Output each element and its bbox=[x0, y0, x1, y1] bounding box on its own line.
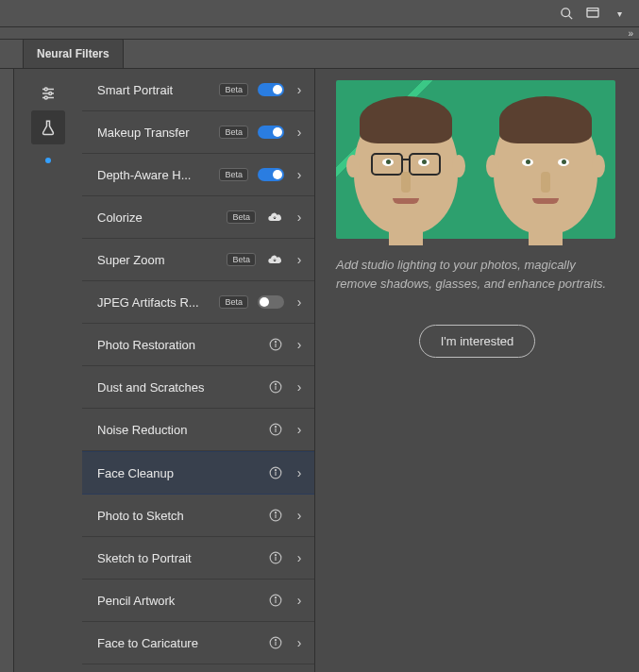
filter-category-column bbox=[14, 69, 82, 672]
filter-toggle[interactable] bbox=[258, 295, 284, 309]
panel-content: Smart PortraitBeta›Makeup TransferBeta›D… bbox=[0, 69, 639, 672]
chevron-right-icon: › bbox=[294, 210, 305, 225]
svg-point-8 bbox=[49, 92, 52, 95]
info-icon[interactable] bbox=[267, 380, 284, 394]
chevron-right-icon: › bbox=[294, 422, 305, 437]
info-icon[interactable] bbox=[267, 466, 284, 479]
filter-label: Photo Restoration bbox=[97, 338, 267, 352]
cta-row: I'm interested bbox=[336, 325, 618, 358]
filter-row-dust-scratches[interactable]: Dust and Scratches› bbox=[82, 366, 314, 409]
svg-point-27 bbox=[275, 555, 276, 556]
filter-row-depth-aware-haze[interactable]: Depth-Aware H...Beta› bbox=[82, 154, 314, 196]
filter-label: Face Cleanup bbox=[97, 466, 267, 480]
filter-row-noise-reduction[interactable]: Noise Reduction› bbox=[82, 409, 314, 451]
filter-label: Pencil Artwork bbox=[97, 594, 267, 608]
chevron-right-icon: › bbox=[294, 635, 305, 650]
beta-badge: Beta bbox=[219, 83, 248, 96]
filter-label: Depth-Aware H... bbox=[97, 168, 219, 182]
filter-row-photo-restoration[interactable]: Photo Restoration› bbox=[82, 324, 314, 366]
update-indicator-dot bbox=[45, 158, 51, 163]
filter-label: Dust and Scratches bbox=[97, 380, 267, 395]
filter-list: Smart PortraitBeta›Makeup TransferBeta›D… bbox=[82, 69, 315, 672]
chevron-right-icon: › bbox=[294, 379, 305, 395]
chevron-right-icon: › bbox=[294, 550, 305, 565]
filter-label: Colorize bbox=[97, 210, 227, 225]
svg-point-9 bbox=[44, 96, 47, 99]
filter-row-makeup-transfer[interactable]: Makeup TransferBeta› bbox=[82, 111, 314, 154]
info-icon[interactable] bbox=[267, 423, 284, 436]
search-icon[interactable] bbox=[558, 5, 575, 22]
filter-description: Add studio lighting to your photos, magi… bbox=[336, 256, 618, 293]
filter-label: Smart Portrait bbox=[97, 83, 219, 97]
filter-row-pencil-artwork[interactable]: Pencil Artwork› bbox=[82, 580, 314, 622]
filter-label: Sketch to Portrait bbox=[97, 551, 267, 565]
svg-point-7 bbox=[44, 88, 47, 91]
screen-mode-icon[interactable] bbox=[584, 5, 601, 22]
chevron-right-icon: › bbox=[294, 593, 305, 608]
chevron-right-icon: › bbox=[294, 508, 305, 523]
svg-point-12 bbox=[275, 342, 276, 343]
filter-label: Makeup Transfer bbox=[97, 126, 219, 140]
preview-after-face bbox=[476, 80, 615, 239]
filter-label: Face to Caricature bbox=[97, 636, 267, 650]
filter-row-face-to-caricature[interactable]: Face to Caricature› bbox=[82, 622, 314, 664]
filter-label: Photo to Sketch bbox=[97, 509, 267, 523]
download-cloud-icon[interactable] bbox=[265, 210, 284, 225]
filter-row-photo-to-sketch[interactable]: Photo to Sketch› bbox=[82, 495, 314, 537]
minimize-icon[interactable]: ▾ bbox=[611, 5, 628, 22]
filter-row-jpeg-artifacts[interactable]: JPEG Artifacts R...Beta› bbox=[82, 281, 314, 324]
filter-row-super-zoom[interactable]: Super ZoomBeta› bbox=[82, 239, 314, 281]
beta-badge: Beta bbox=[219, 295, 248, 309]
chevron-right-icon: › bbox=[294, 465, 305, 480]
filter-toggle[interactable] bbox=[258, 168, 284, 181]
filter-row-colorize[interactable]: ColorizeBeta› bbox=[82, 196, 314, 239]
info-icon[interactable] bbox=[267, 509, 284, 522]
interested-button[interactable]: I'm interested bbox=[419, 325, 536, 358]
chevron-right-icon: › bbox=[294, 252, 305, 267]
chevron-right-icon: › bbox=[294, 125, 305, 140]
featured-filters-icon[interactable] bbox=[31, 76, 65, 110]
beta-badge: Beta bbox=[227, 253, 256, 266]
download-cloud-icon[interactable] bbox=[265, 252, 284, 267]
chevron-right-icon: › bbox=[294, 82, 305, 97]
info-icon[interactable] bbox=[267, 594, 284, 607]
preview-image bbox=[336, 80, 615, 239]
info-icon[interactable] bbox=[267, 636, 284, 649]
svg-rect-2 bbox=[587, 8, 598, 17]
beta-badge: Beta bbox=[219, 126, 248, 139]
info-icon[interactable] bbox=[267, 338, 284, 351]
tab-neural-filters[interactable]: Neural Filters bbox=[23, 39, 124, 68]
svg-point-21 bbox=[275, 470, 276, 471]
svg-point-0 bbox=[561, 8, 569, 16]
filter-label: Super Zoom bbox=[97, 253, 227, 267]
svg-point-33 bbox=[275, 640, 276, 641]
filter-toggle[interactable] bbox=[258, 83, 284, 96]
panel-gutter bbox=[0, 69, 14, 672]
info-icon[interactable] bbox=[267, 551, 284, 564]
app-topbar: ▾ bbox=[0, 0, 639, 27]
panel-tabbar: Neural Filters bbox=[0, 40, 639, 69]
filter-label: JPEG Artifacts R... bbox=[97, 295, 219, 310]
chevron-right-icon: › bbox=[294, 337, 305, 352]
filter-row-sketch-to-portrait[interactable]: Sketch to Portrait› bbox=[82, 537, 314, 580]
beta-badge: Beta bbox=[219, 168, 248, 181]
expand-chevron-icon[interactable]: » bbox=[628, 28, 633, 39]
chevron-right-icon: › bbox=[294, 167, 305, 182]
beta-badge: Beta bbox=[227, 210, 256, 224]
filter-row-face-cleanup[interactable]: Face Cleanup› bbox=[82, 451, 314, 495]
filter-label: Noise Reduction bbox=[97, 423, 267, 437]
svg-point-15 bbox=[275, 384, 276, 385]
svg-point-30 bbox=[275, 597, 276, 598]
svg-point-24 bbox=[275, 512, 276, 513]
tab-label: Neural Filters bbox=[37, 47, 109, 60]
svg-line-1 bbox=[568, 15, 572, 19]
svg-point-18 bbox=[275, 427, 276, 428]
filter-row-smart-portrait[interactable]: Smart PortraitBeta› bbox=[82, 69, 314, 111]
beta-filters-icon[interactable] bbox=[31, 110, 65, 144]
filter-detail-panel: Add studio lighting to your photos, magi… bbox=[315, 69, 639, 672]
filter-toggle[interactable] bbox=[258, 126, 284, 139]
chevron-right-icon: › bbox=[294, 294, 305, 310]
preview-before-face bbox=[336, 80, 476, 239]
